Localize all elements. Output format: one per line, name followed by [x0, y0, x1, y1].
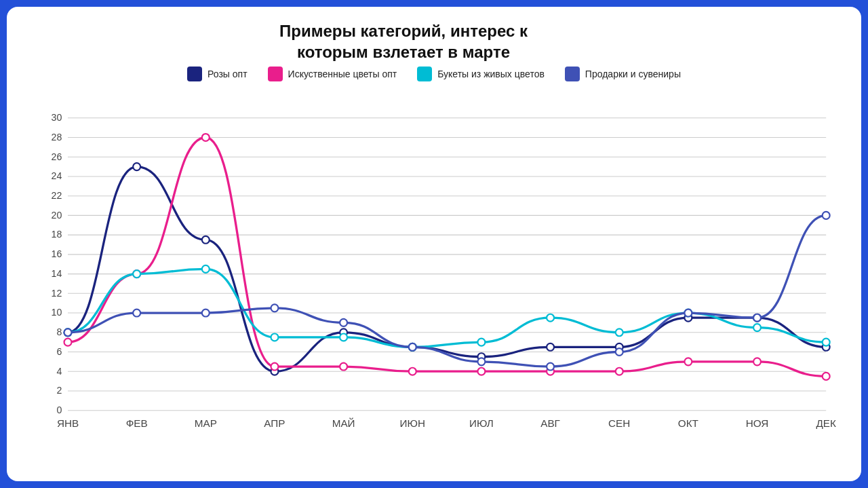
svg-point-89: [684, 309, 692, 317]
svg-point-80: [64, 329, 72, 337]
svg-point-90: [753, 314, 761, 322]
svg-point-65: [684, 358, 692, 366]
svg-text:30: 30: [52, 113, 62, 124]
svg-text:ЯНВ: ЯНВ: [57, 417, 79, 429]
svg-point-64: [616, 368, 623, 375]
svg-text:ОКТ: ОКТ: [678, 417, 698, 429]
svg-point-70: [202, 265, 210, 273]
legend-item: Искуственные цветы опт: [268, 67, 397, 81]
legend-color: [187, 67, 202, 81]
svg-text:20: 20: [52, 210, 62, 221]
svg-text:12: 12: [52, 288, 62, 299]
svg-point-75: [547, 314, 554, 322]
svg-point-46: [202, 236, 210, 244]
svg-text:14: 14: [52, 268, 62, 279]
svg-point-85: [409, 343, 416, 351]
svg-text:18: 18: [52, 229, 62, 240]
chart-title: Примеры категорий, интерес ккоторым взле…: [27, 20, 780, 62]
svg-text:26: 26: [52, 151, 62, 162]
svg-text:22: 22: [52, 190, 62, 201]
svg-point-51: [547, 343, 554, 351]
svg-text:8: 8: [56, 327, 62, 338]
svg-text:НОЯ: НОЯ: [746, 417, 769, 429]
svg-point-74: [477, 339, 485, 346]
svg-point-69: [133, 271, 140, 278]
svg-point-61: [409, 368, 416, 375]
svg-point-58: [202, 134, 210, 141]
svg-point-45: [133, 164, 140, 171]
svg-text:24: 24: [52, 171, 62, 182]
svg-text:СЕН: СЕН: [608, 417, 630, 429]
legend-label: Букеты из живых цветов: [437, 69, 545, 79]
svg-text:16: 16: [52, 249, 62, 260]
svg-point-72: [340, 334, 347, 341]
legend-item: Продарки и сувениры: [565, 67, 681, 81]
legend-label: Продарки и сувениры: [585, 69, 681, 79]
svg-point-86: [477, 358, 485, 366]
legend-label: Розы опт: [208, 69, 248, 79]
svg-point-60: [340, 363, 347, 371]
svg-text:ФЕВ: ФЕВ: [126, 417, 148, 429]
svg-text:ИЮН: ИЮН: [400, 417, 425, 429]
svg-text:МАЙ: МАЙ: [332, 417, 355, 429]
svg-point-91: [823, 212, 830, 219]
svg-text:АВГ: АВГ: [540, 417, 560, 429]
svg-point-83: [271, 305, 279, 312]
svg-text:2: 2: [56, 386, 62, 396]
svg-point-84: [340, 319, 347, 326]
svg-point-88: [616, 348, 623, 356]
svg-point-87: [547, 363, 554, 371]
svg-point-79: [823, 339, 830, 346]
svg-text:0: 0: [56, 405, 62, 415]
svg-text:4: 4: [56, 366, 62, 377]
svg-point-81: [133, 309, 140, 317]
svg-point-76: [616, 329, 623, 337]
svg-text:АПР: АПР: [264, 417, 285, 429]
legend-item: Розы опт: [187, 67, 248, 81]
svg-point-62: [477, 368, 485, 375]
svg-text:ДЕК: ДЕК: [816, 417, 836, 429]
legend-color: [268, 67, 283, 81]
svg-text:6: 6: [56, 346, 62, 357]
legend-item: Букеты из живых цветов: [417, 67, 545, 81]
header-row: Примеры категорий, интерес ккоторым взле…: [27, 20, 841, 62]
svg-point-66: [753, 358, 761, 366]
chart-svg: 024681012141618202224262830ЯНВФЕВМАРАПРМ…: [27, 87, 841, 468]
main-card: Примеры категорий, интерес ккоторым взле…: [7, 7, 861, 481]
svg-point-56: [64, 339, 72, 346]
svg-text:10: 10: [52, 307, 62, 318]
svg-point-71: [271, 334, 279, 341]
svg-point-67: [823, 373, 830, 380]
svg-point-78: [753, 324, 761, 332]
legend-color: [565, 67, 580, 81]
legend-color: [417, 67, 432, 81]
chart-area: 024681012141618202224262830ЯНВФЕВМАРАПРМ…: [27, 87, 841, 468]
svg-point-59: [271, 363, 279, 371]
svg-text:ИЮЛ: ИЮЛ: [469, 417, 494, 429]
svg-text:28: 28: [52, 132, 62, 143]
legend-label: Искуственные цветы опт: [288, 69, 397, 79]
chart-legend: Розы оптИскуственные цветы оптБукеты из …: [27, 67, 841, 81]
svg-text:МАР: МАР: [195, 417, 217, 429]
svg-point-82: [202, 309, 210, 317]
